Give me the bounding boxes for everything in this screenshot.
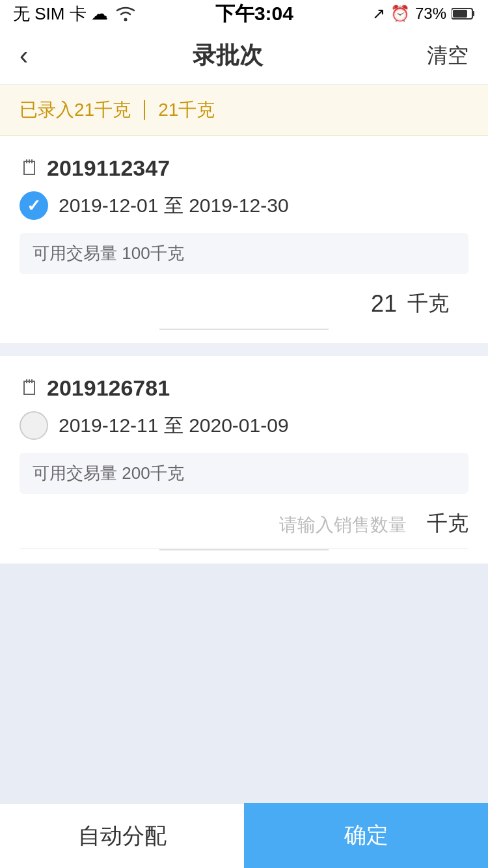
clear-button[interactable]: 清空 xyxy=(427,42,468,70)
batch-1-underline xyxy=(159,329,329,330)
batch-2-radio[interactable] xyxy=(20,411,48,440)
batch-1-value-row: 21 千克 xyxy=(20,274,468,329)
batch-2-date-row[interactable]: 2019-12-11 至 2020-01-09 xyxy=(20,411,468,440)
page-title: 录批次 xyxy=(193,40,263,72)
batch-2-unit: 千克 xyxy=(427,509,468,538)
alarm-icon: ⏰ xyxy=(390,5,410,23)
batch-1-header: 🗒 2019112347 xyxy=(20,156,468,181)
total-label: 21千克 xyxy=(158,98,215,122)
auto-distribute-button[interactable]: 自动分配 xyxy=(0,803,244,868)
batch-2-date: 2019-12-11 至 2020-01-09 xyxy=(59,413,289,439)
batch-1-unit: 千克 xyxy=(407,290,449,318)
bottom-bar: 自动分配 确定 xyxy=(0,803,488,868)
batch-1-date-row[interactable]: 2019-12-01 至 2019-12-30 xyxy=(20,191,468,220)
recorded-label: 已录入21千克 xyxy=(20,98,131,122)
svg-rect-3 xyxy=(453,10,467,18)
status-bar: 无 SIM 卡 ☁ 下午3:04 ↗ ⏰ 73% xyxy=(0,0,488,27)
confirm-button[interactable]: 确定 xyxy=(244,803,488,868)
battery-percent: 73% xyxy=(415,5,446,23)
section-divider xyxy=(0,343,488,356)
nav-bar: ‹ 录批次 清空 xyxy=(0,27,488,85)
batch-1-id: 2019112347 xyxy=(47,156,170,181)
batch-1-value: 21 xyxy=(371,290,397,318)
batch-card-1: 🗒 2019112347 2019-12-01 至 2019-12-30 可用交… xyxy=(0,136,488,343)
summary-banner: 已录入21千克 21千克 xyxy=(0,85,488,136)
batch-1-underline-row xyxy=(20,329,468,343)
batch-card-2: 🗒 2019126781 2019-12-11 至 2020-01-09 可用交… xyxy=(0,356,488,563)
status-left: 无 SIM 卡 ☁ xyxy=(13,3,137,25)
status-right: ↗ ⏰ 73% xyxy=(372,5,475,23)
batch-2-underline-row xyxy=(20,549,468,563)
batch-2-id: 2019126781 xyxy=(47,375,170,401)
svg-rect-2 xyxy=(472,11,474,16)
back-button[interactable]: ‹ xyxy=(20,41,28,70)
batch-1-available: 可用交易量 100千克 xyxy=(20,233,468,274)
batch-2-input-row[interactable]: 千克 xyxy=(20,494,468,549)
batch-2-quantity-input[interactable] xyxy=(156,512,416,536)
batch-2-header: 🗒 2019126781 xyxy=(20,375,468,401)
batch-1-radio[interactable] xyxy=(20,191,48,220)
battery-icon xyxy=(452,7,475,20)
batch-2-icon: 🗒 xyxy=(20,376,40,400)
no-sim-text: 无 SIM 卡 ☁ xyxy=(13,3,108,25)
summary-divider xyxy=(144,100,145,120)
batch-1-icon: 🗒 xyxy=(20,156,40,180)
location-icon: ↗ xyxy=(372,5,385,23)
svg-point-0 xyxy=(124,18,127,21)
batch-1-date: 2019-12-01 至 2019-12-30 xyxy=(59,193,289,219)
batch-2-available: 可用交易量 200千克 xyxy=(20,453,468,494)
bottom-area xyxy=(0,563,488,824)
batch-2-underline xyxy=(159,549,329,550)
status-time: 下午3:04 xyxy=(215,1,293,27)
wifi-icon xyxy=(115,5,137,22)
